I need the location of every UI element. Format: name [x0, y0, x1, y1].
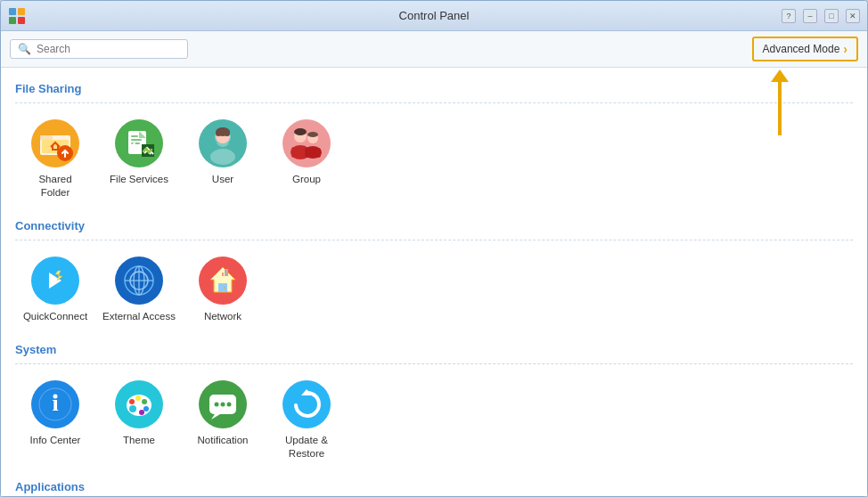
- notification-label: Notification: [198, 434, 249, 447]
- section-label-connectivity: Connectivity: [15, 219, 853, 232]
- notification-icon: [199, 380, 247, 428]
- svg-rect-40: [225, 269, 228, 276]
- section-label-system: System: [15, 343, 853, 356]
- svg-rect-2: [9, 17, 16, 24]
- toolbar: 🔍 Advanced Mode ›: [1, 31, 867, 68]
- advanced-mode-button[interactable]: Advanced Mode ›: [752, 37, 858, 61]
- connectivity-grid: QuickConnect External Access: [15, 249, 853, 330]
- svg-point-58: [221, 402, 225, 406]
- svg-point-49: [135, 395, 141, 401]
- file-sharing-grid: SharedFolder: [15, 112, 853, 207]
- section-system: System i Info Center: [15, 343, 853, 468]
- svg-point-41: [224, 287, 225, 289]
- arrow-indicator: [771, 69, 789, 135]
- arrow-line: [778, 82, 782, 135]
- file-services-icon: [115, 119, 163, 167]
- svg-point-57: [215, 402, 219, 406]
- svg-point-26: [294, 128, 307, 135]
- divider-file-sharing: [15, 102, 853, 103]
- svg-point-50: [142, 399, 147, 404]
- network-icon: [199, 257, 247, 305]
- section-label-file-sharing: File Sharing: [15, 82, 853, 95]
- divider-connectivity: [15, 240, 853, 240]
- svg-point-21: [283, 119, 331, 167]
- user-icon: [199, 119, 247, 167]
- quickconnect-item[interactable]: QuickConnect: [15, 249, 95, 330]
- svg-point-52: [139, 410, 144, 415]
- svg-point-19: [216, 131, 221, 136]
- quickconnect-label: QuickConnect: [23, 310, 87, 323]
- advanced-mode-arrow-icon: ›: [843, 42, 848, 56]
- svg-rect-11: [131, 135, 138, 137]
- svg-rect-39: [218, 283, 227, 292]
- group-item[interactable]: Group: [266, 112, 347, 207]
- svg-rect-3: [18, 17, 25, 24]
- svg-point-60: [283, 380, 331, 428]
- theme-icon: [115, 380, 163, 428]
- section-file-sharing: File Sharing SharedFolder: [15, 82, 853, 207]
- theme-item[interactable]: Theme: [99, 373, 179, 468]
- svg-point-20: [225, 131, 230, 136]
- info-center-item[interactable]: i Info Center: [15, 373, 95, 468]
- external-access-icon: [115, 257, 163, 305]
- external-access-label: External Access: [102, 310, 176, 323]
- search-icon: 🔍: [18, 43, 31, 55]
- info-center-icon: i: [31, 380, 79, 428]
- search-box[interactable]: 🔍: [10, 39, 188, 59]
- group-label: Group: [292, 173, 321, 186]
- close-button[interactable]: ✕: [846, 9, 860, 23]
- svg-point-59: [227, 402, 232, 406]
- titlebar-left: [8, 7, 26, 25]
- divider-system: [15, 363, 853, 364]
- group-icon: [283, 119, 331, 167]
- advanced-mode-label: Advanced Mode: [763, 43, 840, 55]
- svg-rect-1: [18, 8, 25, 15]
- window-title: Control Panel: [399, 9, 470, 22]
- shared-folder-item[interactable]: SharedFolder: [15, 112, 95, 207]
- file-services-item[interactable]: File Services: [99, 112, 179, 207]
- svg-rect-0: [9, 8, 16, 15]
- shared-folder-icon: [31, 119, 79, 167]
- control-panel-window: Control Panel ? – □ ✕ 🔍 Advanced Mode › …: [0, 0, 868, 497]
- app-icon: [8, 7, 26, 25]
- svg-point-48: [129, 399, 135, 404]
- section-label-applications: Applications: [15, 480, 853, 493]
- search-input[interactable]: [37, 43, 179, 55]
- shared-folder-label: SharedFolder: [38, 173, 71, 200]
- main-content: File Sharing SharedFolder: [1, 68, 867, 496]
- svg-point-45: [53, 394, 58, 398]
- update-restore-label: Update & Restore: [270, 434, 343, 460]
- update-restore-item[interactable]: Update & Restore: [266, 373, 347, 468]
- svg-point-51: [143, 406, 149, 411]
- help-button[interactable]: ?: [782, 9, 796, 23]
- svg-text:i: i: [52, 390, 58, 416]
- file-services-label: File Services: [110, 173, 168, 186]
- network-label: Network: [204, 310, 242, 323]
- theme-label: Theme: [123, 434, 155, 447]
- minimize-button[interactable]: –: [803, 9, 817, 23]
- svg-point-53: [129, 405, 136, 412]
- svg-rect-12: [131, 139, 142, 141]
- section-applications: Applications I: [15, 480, 853, 496]
- maximize-button[interactable]: □: [824, 9, 839, 23]
- section-connectivity: Connectivity QuickConnect: [15, 219, 853, 330]
- user-item[interactable]: User: [183, 112, 263, 207]
- svg-point-16: [210, 149, 235, 165]
- window-controls: ? – □ ✕: [782, 9, 860, 23]
- notification-item[interactable]: Notification: [183, 373, 263, 468]
- update-restore-icon: [283, 380, 331, 428]
- user-label: User: [212, 173, 233, 186]
- external-access-item[interactable]: External Access: [99, 249, 179, 330]
- svg-rect-6: [40, 135, 53, 140]
- network-item[interactable]: Network: [183, 249, 263, 330]
- arrow-up-icon: [771, 69, 789, 82]
- quickconnect-icon: [31, 257, 79, 305]
- svg-rect-29: [305, 148, 321, 158]
- titlebar: Control Panel ? – □ ✕: [1, 1, 867, 31]
- system-grid: i Info Center: [15, 373, 853, 468]
- svg-point-27: [307, 132, 318, 137]
- info-center-label: Info Center: [30, 434, 81, 447]
